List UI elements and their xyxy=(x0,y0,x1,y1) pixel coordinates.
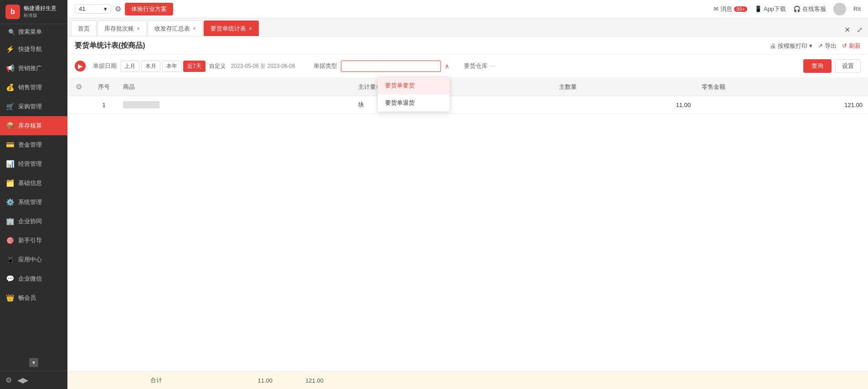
tab-home[interactable]: 首页 xyxy=(71,20,97,36)
row-quantity: 11.00 xyxy=(554,96,696,114)
sidebar-item-enterprise[interactable]: 🏢 企业协同 xyxy=(0,212,67,231)
col-amount: 零售金额 xyxy=(696,78,868,96)
refresh-label: 刷新 xyxy=(849,42,861,50)
tab-order-stats[interactable]: 要货单统计表 × xyxy=(204,20,259,36)
column-settings-icon[interactable]: ⚙ xyxy=(76,83,82,91)
trial-button[interactable]: 体验行业方案 xyxy=(125,3,173,15)
purchase-icon: 🛒 xyxy=(5,102,15,111)
sidebar-item-newbie[interactable]: 🎯 新手引导 xyxy=(0,231,67,250)
member-icon: 👑 xyxy=(5,293,15,302)
tab-bar: 首页 库存批次账 × 收发存汇总表 × 要货单统计表 × ✕ ⤢ xyxy=(67,18,868,36)
sidebar-item-marketing[interactable]: 📢 营销推广 xyxy=(0,59,67,78)
filter-expand-btn[interactable]: ▶ xyxy=(75,61,86,72)
row-num: 1 xyxy=(90,96,118,114)
search-icon: 🔍 xyxy=(8,29,15,36)
inventory-icon: 📦 xyxy=(5,121,15,130)
row-amount: 121.00 xyxy=(696,96,868,114)
avatar[interactable] xyxy=(833,3,846,15)
sidebar-bottom: ⚙ ◀▶ xyxy=(0,371,67,389)
date-this-year-btn[interactable]: 本年 xyxy=(162,61,181,72)
newbie-icon: 🎯 xyxy=(5,236,15,245)
tab-receive-summary[interactable]: 收发存汇总表 × xyxy=(148,20,203,36)
footer-quantity: 11.00 xyxy=(232,377,278,384)
collapse-icon[interactable]: ◀▶ xyxy=(17,376,28,384)
table-header-row: ⚙ 序号 商品 主计量单位 主数量 零售金额 xyxy=(67,78,868,96)
tab-expand-btn[interactable]: ⤢ xyxy=(855,24,864,36)
message-action[interactable]: ✉ 消息 99+ xyxy=(714,5,747,13)
print-icon: 🖨 xyxy=(770,42,776,49)
app-download-action[interactable]: 📱 App下载 xyxy=(755,5,786,13)
nav-label-inventory: 库存核算 xyxy=(18,122,42,130)
chevron-right-icon: ▶ xyxy=(78,62,83,70)
finance-icon: 💳 xyxy=(5,140,15,149)
setup-button[interactable]: 设置 xyxy=(835,59,861,73)
date-recent-7-btn[interactable]: 近7天 xyxy=(183,61,205,72)
col-quantity: 主数量 xyxy=(554,78,696,96)
sidebar-item-inventory[interactable]: 📦 库存核算 xyxy=(0,116,67,135)
nav-label-sales: 销售管理 xyxy=(18,83,42,92)
online-service-action[interactable]: 🎧 在线客服 xyxy=(793,5,826,13)
refresh-btn[interactable]: ↺ 刷新 xyxy=(842,42,861,50)
main-content: 41 ▾ ⚙ 体验行业方案 ✉ 消息 99+ 📱 App下载 🎧 在线客服 Ri… xyxy=(67,0,868,389)
app-brand: 畅捷通好生意 标准版 xyxy=(24,5,56,19)
export-icon: ↗ xyxy=(818,42,823,49)
data-table: ⚙ 序号 商品 主计量单位 主数量 零售金额 1 xyxy=(67,78,868,114)
sidebar-item-purchase[interactable]: 🛒 采购管理 xyxy=(0,97,67,116)
type-filter-input[interactable] xyxy=(341,61,441,72)
dropdown-item-order-goods[interactable]: 要货单要货 xyxy=(378,77,450,94)
query-button[interactable]: 查询 xyxy=(803,59,832,73)
tab-close-batch-account[interactable]: × xyxy=(137,26,140,32)
sidebar-item-sales[interactable]: 💰 销售管理 xyxy=(0,78,67,97)
tab-batch-account[interactable]: 库存批次账 × xyxy=(98,20,147,36)
sidebar-item-member[interactable]: 👑 畅会员 xyxy=(0,288,67,307)
col-settings: ⚙ xyxy=(67,78,90,96)
tab-close-all-btn[interactable]: ✕ xyxy=(842,24,852,36)
sidebar-item-basic[interactable]: 🗂️ 基础信息 xyxy=(0,174,67,193)
sidebar-nav: ⚡ 快捷导航 📢 营销推广 💰 销售管理 🛒 采购管理 📦 库存核算 💳 资金管… xyxy=(0,40,67,356)
date-last-month-btn[interactable]: 上月 xyxy=(120,61,139,72)
sidebar-item-operation[interactable]: 📊 经营管理 xyxy=(0,154,67,174)
date-range-display: 2023-05-06 至 2023-06-06 xyxy=(231,62,295,70)
nav-label-operation: 经营管理 xyxy=(18,160,42,168)
date-custom-btn[interactable]: 自定义 xyxy=(209,62,226,70)
type-filter-arrow[interactable]: ∧ xyxy=(445,62,449,70)
sidebar-item-app-center[interactable]: 📱 应用中心 xyxy=(0,250,67,269)
app-logo-icon: b xyxy=(5,5,20,19)
nav-label-enterprise: 企业协同 xyxy=(18,217,42,225)
row-checkbox[interactable] xyxy=(67,96,90,114)
sidebar-item-quick-nav[interactable]: ⚡ 快捷导航 xyxy=(0,40,67,59)
print-template-btn[interactable]: 🖨 按模板打印 ▾ xyxy=(770,42,812,50)
title-actions: 🖨 按模板打印 ▾ ↗ 导出 ↺ 刷新 xyxy=(770,42,861,50)
sidebar-scroll-down[interactable]: ▼ xyxy=(29,358,38,367)
tab-close-receive-summary[interactable]: × xyxy=(193,26,196,32)
nav-label-member: 畅会员 xyxy=(18,294,36,302)
product-name xyxy=(123,101,159,108)
dropdown-item-order-return[interactable]: 要货单退货 xyxy=(378,94,450,112)
sidebar-item-weixin[interactable]: 💬 企业微信 xyxy=(0,269,67,288)
sidebar-search[interactable]: 🔍 搜索菜单 xyxy=(0,24,67,40)
marketing-icon: 📢 xyxy=(5,64,15,73)
header-settings-icon[interactable]: ⚙ xyxy=(115,5,121,13)
export-btn[interactable]: ↗ 导出 xyxy=(818,42,837,50)
operation-icon: 📊 xyxy=(5,159,15,169)
date-this-month-btn[interactable]: 本月 xyxy=(141,61,160,72)
tab-label-receive-summary: 收发存汇总表 xyxy=(154,25,190,33)
row-product xyxy=(118,96,353,114)
tab-close-order-stats[interactable]: × xyxy=(249,26,252,32)
settings-bottom-icon[interactable]: ⚙ xyxy=(5,376,12,384)
sidebar-item-finance[interactable]: 💳 资金管理 xyxy=(0,135,67,154)
workspace-selector[interactable]: 41 ▾ xyxy=(75,4,111,14)
workspace-dropdown-icon: ▾ xyxy=(104,5,107,12)
table-footer: 合计 11.00 121.00 xyxy=(67,371,868,389)
nav-label-marketing: 营销推广 xyxy=(18,64,42,72)
tab-label-home: 首页 xyxy=(78,25,90,33)
sidebar-item-system[interactable]: ⚙️ 系统管理 xyxy=(0,193,67,212)
user-name: Rit xyxy=(853,5,861,12)
headset-icon: 🎧 xyxy=(793,5,801,12)
app-download-icon: 📱 xyxy=(755,5,762,12)
header-left: 41 ▾ ⚙ 体验行业方案 xyxy=(75,3,173,15)
online-service-label: 在线客服 xyxy=(802,5,826,13)
footer-amount: 121.00 xyxy=(278,377,324,384)
basic-icon: 🗂️ xyxy=(5,179,15,188)
warehouse-more-icon[interactable]: ··· xyxy=(489,62,495,70)
